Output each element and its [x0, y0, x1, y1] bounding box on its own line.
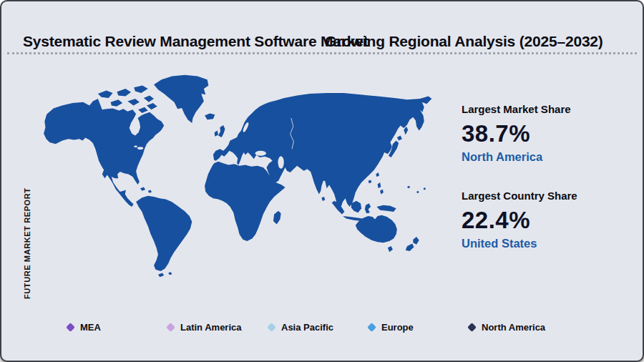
stat-region: North America [462, 150, 633, 164]
stat-largest-market-share: Largest Market Share 38.7% North America [462, 103, 633, 164]
diamond-marker-icon [267, 323, 276, 332]
page-title-market: Systematic Review Management Software Ma… [23, 33, 369, 50]
legend-label: Latin America [180, 322, 242, 333]
infographic-card: Systematic Review Management Software Ma… [0, 0, 644, 362]
page-title-analysis: Growing Regional Analysis (2025–2032) [325, 33, 603, 50]
diamond-marker-icon [367, 323, 376, 332]
stat-label: Largest Country Share [462, 190, 633, 202]
legend-label: Asia Pacific [281, 322, 333, 333]
world-map-svg [39, 69, 462, 318]
world-map [39, 69, 462, 318]
stat-value: 38.7% [462, 122, 633, 145]
stat-label: Largest Market Share [462, 103, 633, 115]
legend-label: North America [482, 322, 545, 333]
legend-item-north-america: North America [469, 322, 545, 333]
watermark-future-market-report: FUTURE MARKET REPORT [23, 165, 31, 299]
legend-label: MEA [80, 322, 101, 333]
legend-item-europe: Europe [369, 322, 414, 333]
stat-region: United States [462, 237, 633, 250]
diamond-marker-icon [166, 323, 175, 332]
legend-item-asia-pacific: Asia Pacific [268, 322, 333, 333]
stat-largest-country-share: Largest Country Share 22.4% United State… [462, 190, 633, 250]
diamond-marker-icon [66, 323, 75, 332]
legend-label: Europe [381, 322, 414, 333]
legend: MEA Latin America Asia Pacific Europe No… [1, 322, 643, 339]
diamond-marker-icon [467, 323, 477, 332]
legend-item-latin-america: Latin America [167, 322, 242, 333]
legend-item-mea: MEA [67, 322, 101, 333]
stat-value: 22.4% [462, 208, 633, 232]
dotted-separator [7, 52, 637, 54]
